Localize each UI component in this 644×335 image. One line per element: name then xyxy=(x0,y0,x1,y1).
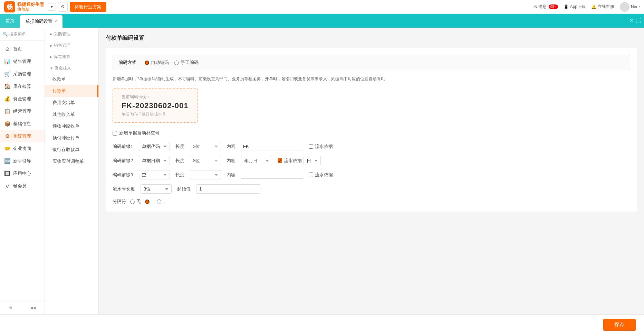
auto-encode-radio[interactable] xyxy=(145,61,149,65)
sales-icon: 📊 xyxy=(4,58,10,65)
encode-method-radio-group: 自动编码 手工编码 xyxy=(145,59,199,66)
serial2-unit-select[interactable]: 日 xyxy=(304,156,321,165)
sub-sidebar: ▶ 采购管理 ▶ 销售管理 ▶ 库存核算 ▼ 资金往来 收款单 付款单 费用支出… xyxy=(45,28,99,314)
sub-group-purchase-title[interactable]: ▶ 采购管理 xyxy=(45,28,98,39)
length3-select[interactable] xyxy=(190,170,221,179)
message-badge: 99+ xyxy=(549,4,558,9)
tab-close-icon[interactable]: × xyxy=(55,19,57,24)
sidebar-item-home[interactable]: ⊙ 首页 xyxy=(0,43,45,55)
sidebar-settings-btn[interactable]: ⚙ xyxy=(6,304,15,311)
prefix1-select[interactable]: 单据代码 xyxy=(139,142,170,151)
prefix2-label: 编码前缀2 xyxy=(113,158,133,164)
tab-minimize-icon[interactable]: × xyxy=(630,18,633,24)
settings-icon[interactable]: ⚙ xyxy=(58,2,68,12)
serial-length-select[interactable]: 3位 xyxy=(141,184,172,194)
operation-icon: 📋 xyxy=(4,108,10,114)
system-icon: ⚙ xyxy=(4,133,10,139)
avatar xyxy=(620,2,629,12)
sidebar-item-finance[interactable]: 💰 资金管理 xyxy=(0,93,45,105)
manual-encode-radio[interactable] xyxy=(174,61,179,65)
message-button[interactable]: ✉ 消息 99+ xyxy=(534,4,558,10)
sidebar-item-stock[interactable]: 🏠 库存核算 xyxy=(0,80,45,93)
sub-item-receipt[interactable]: 收款单 xyxy=(45,73,98,85)
prefix2-select[interactable]: 单据日期 xyxy=(139,156,170,165)
sidebar-item-sales[interactable]: 📊 销售管理 xyxy=(0,55,45,68)
user-menu[interactable]: Nare xyxy=(620,2,640,12)
sub-group-finance-title[interactable]: ▼ 资金往来 xyxy=(45,62,98,73)
settings-bottom-icon: ⚙ xyxy=(9,306,12,310)
separator-none-radio[interactable] xyxy=(130,199,135,204)
sub-item-payment[interactable]: 付款单 xyxy=(45,85,98,97)
preview-label: 当前编码示例： xyxy=(122,94,189,100)
separator-dot-radio[interactable] xyxy=(157,199,161,204)
sub-item-prepay-payable[interactable]: 预付冲应付单 xyxy=(45,132,98,144)
solution-button[interactable]: 体验行业方案 xyxy=(70,2,106,12)
message-icon: ✉ xyxy=(534,4,537,9)
tab-home[interactable]: 首页 xyxy=(0,14,20,28)
sub-item-bank-deposit[interactable]: 银行存取款单 xyxy=(45,144,98,156)
finance-icon: 💰 xyxy=(4,96,10,102)
sidebar-item-appstore[interactable]: 🔲 应用中心 xyxy=(0,167,45,180)
sub-group-sales-title[interactable]: ▶ 销售管理 xyxy=(45,39,98,50)
chevron-right-icon: ▶ xyxy=(50,55,52,59)
sidebar-item-member[interactable]: V 畅会员 xyxy=(0,180,45,192)
stock-icon: 🏠 xyxy=(4,83,10,90)
preview-box: 当前编码示例： FK-20230602-001 单据代码-单据日期-流水号 xyxy=(113,88,198,123)
sub-group-stock-title[interactable]: ▶ 库存核算 xyxy=(45,50,98,62)
content2-select[interactable]: 年月日 xyxy=(241,156,272,165)
content3-input[interactable] xyxy=(241,171,303,179)
top-bar-left: 畅 畅捷通好生意 旗舰版 ▾ ⚙ 体验行业方案 xyxy=(4,1,106,12)
tab-maximize-icon[interactable]: ⛶ xyxy=(636,18,641,24)
sidebar-item-purchase[interactable]: 🛒 采购管理 xyxy=(0,68,45,80)
serial1-checkbox-row: 流水依据 xyxy=(309,143,333,150)
brand-icon: 畅 xyxy=(4,1,15,12)
serial1-checkbox[interactable] xyxy=(309,144,313,149)
encode-settings-card: 编码方式 自动编码 手工编码 新增单据时，*单据编码*自动生成，不可编辑。前缀设… xyxy=(106,48,637,212)
separator-dash-option[interactable]: - xyxy=(145,199,153,204)
serial2-checkbox[interactable] xyxy=(278,158,282,163)
prefix3-select[interactable]: 空 xyxy=(139,170,170,179)
separator-dot-option[interactable]: . xyxy=(157,199,164,204)
start-value-input[interactable] xyxy=(196,184,260,194)
config-row-2: 编码前缀2 单据日期 长度 8位 内容 年月日 流水依据 日 xyxy=(113,156,630,165)
home-icon: ⊙ xyxy=(4,46,10,52)
sidebar-item-basic[interactable]: 📦 基础信息 xyxy=(0,118,45,130)
serial2-checkbox-row: 流水依据 日 xyxy=(278,156,321,165)
sidebar-search[interactable]: 🔍 搜索菜单 xyxy=(0,28,45,41)
separator-dash-radio[interactable] xyxy=(145,199,150,204)
sub-item-other-income[interactable]: 其他收入单 xyxy=(45,109,98,120)
sub-item-ar-ap-adjust[interactable]: 应收应付调整单 xyxy=(45,156,98,167)
sidebar-item-enterprise[interactable]: 🤝 企业协同 xyxy=(0,142,45,155)
save-button[interactable]: 保存 xyxy=(603,319,636,331)
nav-dropdown[interactable]: ▾ xyxy=(48,3,56,11)
serial-length-row: 流水号长度 3位 起始值 xyxy=(113,184,630,194)
sub-group-purchase: ▶ 采购管理 xyxy=(45,28,98,39)
preview-desc: 单据代码-单据日期-流水号 xyxy=(122,112,189,117)
manual-encode-option[interactable]: 手工编码 xyxy=(174,59,199,66)
top-bar: 畅 畅捷通好生意 旗舰版 ▾ ⚙ 体验行业方案 ✉ 消息 99+ 📱 App下载… xyxy=(0,0,644,14)
tab-encode-settings[interactable]: 单据编码设置 × xyxy=(20,15,63,28)
auto-fill-checkbox[interactable] xyxy=(113,131,117,136)
sidebar-item-system[interactable]: ⚙ 系统管理 xyxy=(0,130,45,142)
auto-encode-option[interactable]: 自动编码 xyxy=(145,59,169,66)
sub-item-expense[interactable]: 费用支出单 xyxy=(45,97,98,109)
length2-select[interactable]: 8位 xyxy=(190,156,221,165)
online-service-button[interactable]: 🔔 在线客服 xyxy=(591,4,614,10)
collapse-icon: ◀◀ xyxy=(30,306,36,310)
sidebar-bottom: ⚙ ◀◀ xyxy=(0,301,45,314)
sidebar-nav: ⊙ 首页 📊 销售管理 🛒 采购管理 🏠 库存核算 💰 资金管理 📋 经营 xyxy=(0,41,45,301)
basic-icon: 📦 xyxy=(4,121,10,127)
preview-code: FK-20230602-001 xyxy=(122,101,189,110)
sidebar-item-operation[interactable]: 📋 经营管理 xyxy=(0,105,45,118)
content1-input[interactable] xyxy=(241,143,303,150)
brand-text: 畅捷通好生意 旗舰版 xyxy=(17,2,44,12)
sidebar-collapse-btn[interactable]: ◀◀ xyxy=(27,304,38,311)
serial-length-label: 流水号长度 xyxy=(113,186,135,192)
length1-select[interactable]: 2位 xyxy=(190,142,221,151)
app-download-button[interactable]: 📱 App下载 xyxy=(564,4,586,10)
sub-item-prepay-receivable[interactable]: 预收冲应收单 xyxy=(45,120,98,132)
serial3-checkbox[interactable] xyxy=(309,173,313,177)
bottom-bar: 保存 xyxy=(0,314,644,335)
sidebar-item-newguide[interactable]: 🆕 新手引导 xyxy=(0,155,45,167)
separator-none-option[interactable]: 无 xyxy=(130,198,141,205)
